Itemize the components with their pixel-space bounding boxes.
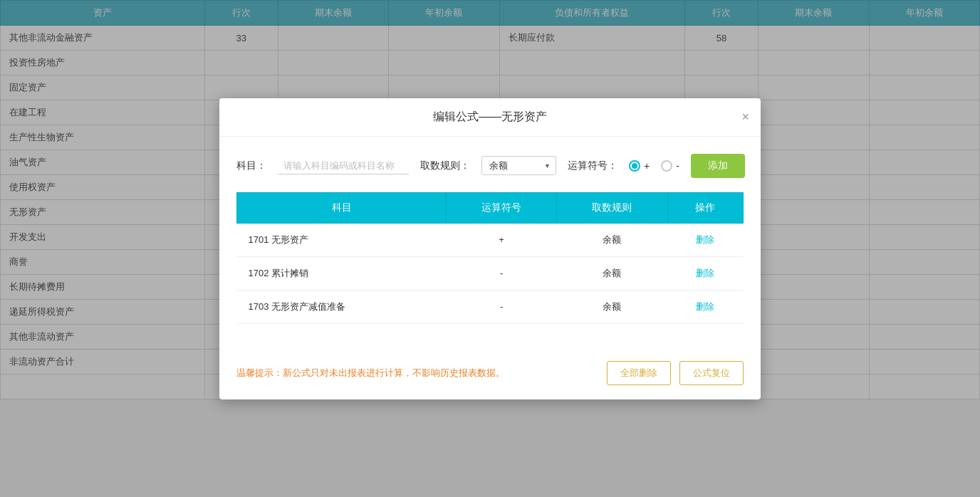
formula-action-cell: 删除 xyxy=(667,256,743,290)
formula-form-row: 科目： 取数规则： 余额 借方 贷方 借方发生额 贷方发生额 运算符号： xyxy=(236,154,744,178)
rule-label: 取数规则： xyxy=(420,159,470,172)
col-subject: 科目 xyxy=(237,192,447,223)
formula-table-row: 1701 无形资产+余额删除 xyxy=(237,223,744,256)
add-button[interactable]: 添加 xyxy=(691,154,745,178)
col-rule: 取数规则 xyxy=(557,192,667,223)
subject-input[interactable] xyxy=(278,157,409,174)
formula-rule-cell: 余额 xyxy=(557,223,667,256)
delete-row-button[interactable]: 删除 xyxy=(696,267,714,280)
rule-select[interactable]: 余额 借方 贷方 借方发生额 贷方发生额 xyxy=(481,156,556,175)
radio-minus-indicator xyxy=(661,160,672,172)
operator-minus-radio[interactable]: - xyxy=(661,160,679,172)
operator-radio-group: + - xyxy=(629,160,679,172)
formula-rule-cell: 余额 xyxy=(557,256,667,290)
subject-label: 科目： xyxy=(236,159,266,172)
operator-plus-label: + xyxy=(644,160,650,172)
modal-body: 科目： 取数规则： 余额 借方 贷方 借方发生额 贷方发生额 运算符号： xyxy=(219,137,761,352)
formula-action-cell: 删除 xyxy=(667,223,743,256)
operator-minus-label: - xyxy=(676,160,679,172)
background-wrapper: 资产 行次 期末余额 年初余额 负债和所有者权益 行次 期末余额 年初余额 其他… xyxy=(0,0,980,497)
formula-subject-cell: 1702 累计摊销 xyxy=(237,256,447,290)
formula-operator-cell: + xyxy=(447,223,557,256)
formula-operator-cell: - xyxy=(447,256,557,290)
formula-rule-cell: 余额 xyxy=(557,290,667,323)
formula-table-row: 1702 累计摊销-余额删除 xyxy=(237,256,744,290)
radio-plus-indicator xyxy=(629,160,640,172)
formula-operator-cell: - xyxy=(447,290,557,323)
formula-table-header-row: 科目 运算符号 取数规则 操作 xyxy=(237,192,744,223)
modal-footer: 温馨提示：新公式只对未出报表进行计算，不影响历史报表数据。 全部删除 公式复位 xyxy=(219,352,761,399)
modal-overlay: 编辑公式——无形资产 × 科目： 取数规则： 余额 借方 贷方 借方发生额 xyxy=(0,0,980,497)
delete-all-button[interactable]: 全部删除 xyxy=(607,361,671,385)
formula-table-row: 1703 无形资产减值准备-余额删除 xyxy=(237,290,744,323)
modal-title: 编辑公式——无形资产 xyxy=(433,110,547,125)
modal-header: 编辑公式——无形资产 × xyxy=(219,98,761,137)
edit-formula-modal: 编辑公式——无形资产 × 科目： 取数规则： 余额 借方 贷方 借方发生额 xyxy=(219,98,761,399)
formula-subject-cell: 1703 无形资产减值准备 xyxy=(237,290,447,323)
modal-close-button[interactable]: × xyxy=(741,110,749,123)
formula-action-cell: 删除 xyxy=(667,290,743,323)
col-action: 操作 xyxy=(667,192,743,223)
delete-row-button[interactable]: 删除 xyxy=(696,300,714,313)
operator-label: 运算符号： xyxy=(568,159,617,172)
col-operator: 运算符号 xyxy=(447,192,557,223)
formula-table: 科目 运算符号 取数规则 操作 1701 无形资产+余额删除1702 累计摊销-… xyxy=(236,192,744,324)
reset-formula-button[interactable]: 公式复位 xyxy=(679,361,744,385)
footer-buttons: 全部删除 公式复位 xyxy=(607,361,744,385)
rule-select-wrapper[interactable]: 余额 借方 贷方 借方发生额 贷方发生额 xyxy=(481,156,556,175)
delete-row-button[interactable]: 删除 xyxy=(696,234,714,246)
operator-plus-radio[interactable]: + xyxy=(629,160,650,172)
formula-subject-cell: 1701 无形资产 xyxy=(237,223,447,256)
footer-hint: 温馨提示：新公式只对未出报表进行计算，不影响历史报表数据。 xyxy=(236,367,505,380)
